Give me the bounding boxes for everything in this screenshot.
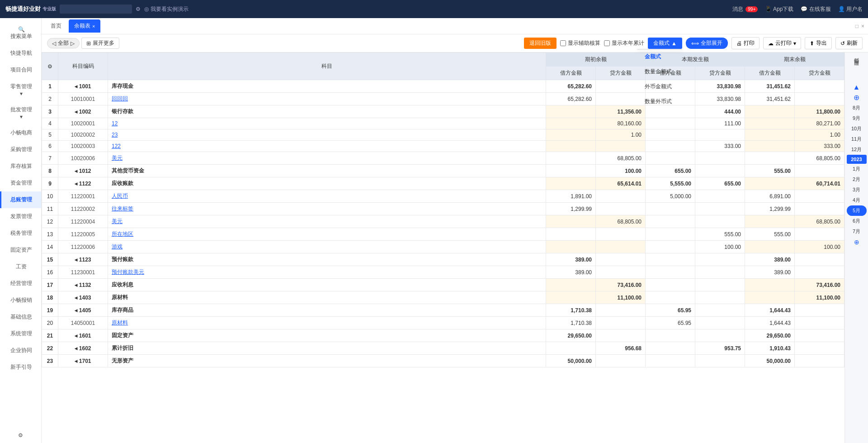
cell-cd-debit <box>646 355 695 367</box>
period-4[interactable]: 4月 <box>847 195 867 205</box>
sidebar-item-ledger[interactable]: 总账管理 <box>0 191 41 208</box>
cell-name: 其他货币资金 <box>108 165 546 177</box>
period-11[interactable]: 11月 <box>847 134 867 144</box>
cell-code[interactable]: 11220006 <box>58 241 108 253</box>
tab-home[interactable]: 首页 <box>45 19 67 33</box>
back-to-old-btn[interactable]: 退回旧版 <box>524 38 557 49</box>
sidebar-settings-btn[interactable]: ⚙ <box>16 428 25 443</box>
cell-name[interactable]: 12 <box>108 118 546 129</box>
balance-table-container: ⚙ 科目编码 科目 期初余额 本期发生额 期末余额 借方金额 贷方金额 借方金额 <box>42 52 844 443</box>
refresh-btn[interactable]: ↺ 刷新 <box>835 37 863 49</box>
cell-code[interactable]: 11220005 <box>58 228 108 241</box>
period-7[interactable]: 7月 <box>847 226 867 237</box>
period-5[interactable]: 5月 <box>847 205 867 216</box>
settings-icon[interactable]: ⚙ <box>136 6 141 12</box>
aux-checkbox[interactable] <box>560 40 566 46</box>
sidebar-item-funds[interactable]: 资金管理 <box>0 175 41 191</box>
cell-name[interactable]: 游戏 <box>108 241 546 253</box>
cell-code[interactable]: 10020002 <box>58 129 108 141</box>
cell-name[interactable]: 美元 <box>108 152 546 165</box>
sidebar-item-inventory[interactable]: 库存核算 <box>0 158 41 175</box>
top-search-input[interactable] <box>60 5 132 14</box>
sidebar-item-search[interactable]: 🔍 搜索菜单 <box>0 22 41 45</box>
sidebar-item-ecommerce[interactable]: 小畅电商 <box>0 124 41 141</box>
close-window-icon[interactable]: × <box>861 23 864 29</box>
cell-name[interactable]: 122 <box>108 141 546 152</box>
demo-link[interactable]: ◎ 我要看实例演示 <box>144 5 189 13</box>
cell-code[interactable]: 11220004 <box>58 215 108 228</box>
dropdown-jine-item[interactable]: 金额式 <box>637 49 682 64</box>
period-3[interactable]: 3月 <box>847 185 867 195</box>
period-2[interactable]: 2月 <box>847 174 867 185</box>
period-8[interactable]: 8月 <box>847 103 867 113</box>
user-avatar[interactable]: 👤 用户名 <box>838 5 863 13</box>
print-btn[interactable]: 🖨 打印 <box>731 37 760 49</box>
period-down-arrow[interactable]: ⊕ <box>854 238 859 246</box>
cell-name[interactable]: 所在地区 <box>108 228 546 241</box>
sidebar-item-guide[interactable]: 新手引导 <box>0 359 41 376</box>
ytd-check[interactable]: 显示本年累计 <box>604 39 644 47</box>
all-filter-tag[interactable]: ◁ 全部 ▷ <box>47 38 80 48</box>
jine-dropdown-btn[interactable]: 金额式 ▲ <box>648 38 682 49</box>
message-btn[interactable]: 消息 99+ <box>732 5 758 13</box>
minimize-icon[interactable]: □ <box>855 23 859 29</box>
cell-name[interactable]: 原材料 <box>108 317 546 329</box>
cell-code[interactable]: 11220002 <box>58 203 108 215</box>
cell-pe-debit <box>745 241 795 253</box>
cell-pb-debit: 1,710.38 <box>546 304 596 317</box>
cell-code[interactable]: 11230001 <box>58 266 108 279</box>
tab-close-icon[interactable]: × <box>92 24 95 29</box>
sidebar-item-retail[interactable]: 零售管理 ▾ <box>0 78 41 101</box>
period-12[interactable]: 12月 <box>847 144 867 155</box>
period-6[interactable]: 6月 <box>847 216 867 226</box>
expand-more-btn[interactable]: ⊞ 展开更多 <box>81 38 119 49</box>
dropdown-shuliang-item[interactable]: 数量金额式 <box>637 64 682 79</box>
sidebar-item-expense[interactable]: 小畅报销 <box>0 292 41 309</box>
period-up-arrow2[interactable]: ⊕ <box>845 92 868 103</box>
sidebar-item-nav[interactable]: 快捷导航 <box>0 45 41 62</box>
period-10[interactable]: 10月 <box>847 124 867 134</box>
cell-name[interactable]: 美元 <box>108 215 546 228</box>
period-up-arrow[interactable]: ▲ <box>845 82 868 92</box>
sidebar-item-purchase[interactable]: 采购管理 <box>0 141 41 158</box>
cell-code[interactable]: 10010001 <box>58 93 108 105</box>
export-btn[interactable]: ⬆ 导出 <box>805 37 832 49</box>
sidebar-item-project[interactable]: 项目合同 <box>0 62 41 78</box>
cell-code[interactable]: 11220001 <box>58 190 108 203</box>
ytd-checkbox[interactable] <box>604 40 610 46</box>
cell-name[interactable]: 23 <box>108 129 546 141</box>
gear-icon[interactable]: ⚙ <box>47 63 52 70</box>
cell-no: 22 <box>42 342 58 355</box>
aux-accounting-check[interactable]: 显示辅助核算 <box>560 39 600 47</box>
cell-code[interactable]: 14050001 <box>58 317 108 329</box>
print-icon: 🖨 <box>736 40 742 47</box>
expand-all-btn[interactable]: ⟺ 全部展开 <box>686 38 728 49</box>
sidebar-item-assets[interactable]: 固定资产 <box>0 242 41 258</box>
period-1[interactable]: 1月 <box>847 164 867 174</box>
cell-name[interactable]: 往来标签 <box>108 203 546 215</box>
dropdown-shuliangwaibi-item[interactable]: 数量外币式 <box>637 94 682 109</box>
cell-name[interactable]: 人民币 <box>108 190 546 203</box>
cell-name[interactable]: 预付账款美元 <box>108 266 546 279</box>
sidebar-item-tax[interactable]: 税务管理 <box>0 225 41 242</box>
sidebar-item-basic[interactable]: 基础信息 <box>0 309 41 325</box>
period-2023[interactable]: 2023 <box>847 155 867 164</box>
cell-code[interactable]: 10020001 <box>58 118 108 129</box>
cell-code[interactable]: 10020006 <box>58 152 108 165</box>
period-9[interactable]: 9月 <box>847 113 867 124</box>
sidebar-item-system[interactable]: 系统管理 <box>0 325 41 342</box>
cloud-print-btn[interactable]: ☁ 云打印 ▾ <box>763 37 801 49</box>
sidebar-item-coop[interactable]: 企业协同 <box>0 342 41 359</box>
sidebar-item-payroll[interactable]: 工资 <box>0 258 41 275</box>
th-settings[interactable]: ⚙ <box>42 53 58 80</box>
tab-balance[interactable]: 余额表 × <box>69 19 100 33</box>
cell-name[interactable]: 回回回 <box>108 93 546 105</box>
sidebar-item-operations[interactable]: 经营管理 <box>0 275 41 292</box>
online-service-btn[interactable]: 💬 在线客服 <box>801 5 830 13</box>
th-period-end: 期末余额 <box>745 53 844 67</box>
app-download-btn[interactable]: 📱 App下载 <box>765 5 793 13</box>
dropdown-waibi-item[interactable]: 外币金额式 <box>637 79 682 94</box>
cell-code[interactable]: 10020003 <box>58 141 108 152</box>
sidebar-item-invoice[interactable]: 发票管理 <box>0 208 41 225</box>
sidebar-item-wholesale[interactable]: 批发管理 ▾ <box>0 101 41 124</box>
